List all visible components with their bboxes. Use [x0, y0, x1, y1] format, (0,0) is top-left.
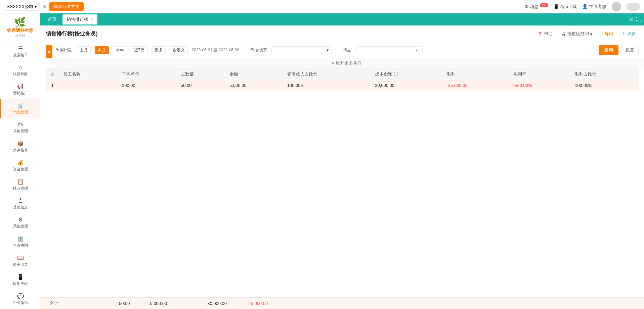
user-status-toggle[interactable]: [627, 3, 640, 11]
sidebar-label-search-order: 搜索菜单: [13, 53, 28, 58]
expand-more-button[interactable]: ▾ 展开更多条件: [50, 58, 644, 68]
cell-name: [59, 80, 118, 91]
status-filter-label: 单据状态: [250, 47, 267, 53]
export-label: 导出: [605, 31, 613, 37]
page-header: 销售排行榜(按业务员) ❓ 帮助 🖨 按模板打印 ▾ ↑ 导出: [40, 25, 644, 68]
sidebar-logo: 🌿 畅康通好生意 标准版: [0, 13, 40, 42]
basic-info-icon: 🗄: [18, 198, 23, 204]
sidebar-item-finance[interactable]: 💰 资金管理: [0, 156, 40, 175]
message-button[interactable]: ✉ 消息 99+: [525, 4, 548, 10]
logo-icon: 🌿: [14, 17, 26, 28]
enterprise-wechat-icon: 💬: [17, 293, 24, 299]
sidebar-item-enterprise-wechat[interactable]: 💬 企业微信: [0, 290, 40, 309]
filter-expand-arrow[interactable]: ▶: [46, 45, 52, 58]
tab-bar-right: ✕ ⛶: [629, 16, 641, 23]
sidebar-label-sales: 销售管理: [13, 110, 28, 115]
main-content: 首页 销售排行榜 ✕ ✕ ⛶ 销售排行榜(按业务员) ❓ 帮助: [40, 13, 644, 309]
cell-cost: 30,000.00: [371, 80, 442, 91]
inventory-icon: 📦: [17, 140, 24, 147]
template-print-button[interactable]: 🖨 按模板打印 ▾: [559, 30, 595, 38]
company-selector[interactable]: XXXXXX公司 ▾: [4, 3, 40, 11]
print-dropdown-icon: ▾: [590, 32, 593, 37]
refresh-button[interactable]: ↻ 刷新: [619, 30, 639, 38]
dropdown-icon: ▾: [35, 4, 37, 9]
goods-filter-label: 商品: [343, 47, 351, 53]
page-title-row: 销售排行榜(按业务员) ❓ 帮助 🖨 按模板打印 ▾ ↑ 导出: [46, 30, 639, 38]
status-select-arrow: ▾: [327, 48, 329, 53]
sidebar-item-operations[interactable]: 📋 经营管理: [0, 175, 40, 194]
col-sales-pct-header: 销售收入占比%: [283, 68, 371, 80]
tab-sales-ranking[interactable]: 销售排行榜 ✕: [62, 14, 97, 24]
template-print-label: 按模板打印: [567, 31, 589, 37]
sidebar-item-app-center[interactable]: 📱 应用中心: [0, 270, 40, 290]
refresh-icon: ↻: [622, 32, 626, 37]
col-gross-pct-header: 毛利占比%: [571, 68, 639, 80]
sidebar-item-inventory[interactable]: 📦 库存核算: [0, 137, 40, 156]
date-btn-this-year[interactable]: 本年: [113, 46, 127, 54]
service-icon: 👤: [582, 4, 588, 9]
filter-area: ▶ 单据日期 上月 本月 本年 近7天 更多 自定义 2023-06-01 至 …: [46, 42, 639, 68]
top-right-actions: ✉ 消息 99+ 📱 App下载 👤 在线客服: [525, 2, 640, 11]
sidebar-item-quick-nav[interactable]: ⌂ 快捷导航: [0, 61, 40, 80]
col-total-header: 全额: [225, 68, 283, 80]
expand-more-label: 展开更多条件: [336, 60, 362, 66]
col-avg-price-header: 平均单价: [118, 68, 177, 80]
cell-total: 5,000.00: [225, 80, 283, 91]
sidebar-item-newbie[interactable]: 📖 新手引导: [0, 251, 40, 270]
sidebar-label-purchase: 采购管理: [13, 128, 28, 134]
help-button[interactable]: ❓ 帮助: [534, 30, 555, 38]
col-settings-icon[interactable]: ⚙: [50, 71, 55, 77]
app-label: App下载: [560, 4, 577, 10]
sidebar-item-system[interactable]: ⚙ 系统管理: [0, 213, 40, 232]
online-service-button[interactable]: 👤 在线客服: [582, 4, 606, 10]
col-main-qty-header: 主数量: [177, 68, 225, 80]
data-table: ⚙ 员工名称 平均单价 主数量 全额 销售收入占比% 成本全额 ⓘ 毛利 毛利率…: [46, 68, 639, 91]
sidebar-item-basic-info[interactable]: 🗄 基础信息: [0, 194, 40, 213]
sidebar-item-enterprise-collab[interactable]: 🏢 企业协同: [0, 232, 40, 251]
table-header-row: ⚙ 员工名称 平均单价 主数量 全额 销售收入占比% 成本全额 ⓘ 毛利 毛利率…: [46, 68, 639, 80]
sales-icon: 🛒: [17, 102, 24, 109]
tab-home[interactable]: 首页: [43, 14, 61, 24]
status-select[interactable]: ▾: [271, 46, 332, 54]
cell-avg-price: 100.00: [118, 80, 177, 91]
search-order-icon: ☰: [18, 45, 23, 52]
service-label: 在线客服: [589, 4, 606, 10]
refresh-label: 刷新: [627, 31, 636, 37]
footer-gross-value: -25,000.00: [247, 301, 268, 306]
goods-input[interactable]: ···: [355, 46, 423, 54]
sidebar-item-purchase[interactable]: 🛍 采购管理: [0, 118, 40, 137]
query-button[interactable]: 查询: [599, 45, 618, 55]
sidebar-item-search-order[interactable]: ☰ 搜索菜单: [0, 42, 40, 61]
date-btn-last-month[interactable]: 上月: [77, 46, 91, 54]
tab-label-sales-ranking: 销售排行榜: [67, 16, 88, 22]
message-badge: 99+: [540, 3, 548, 7]
app-icon: 📱: [554, 4, 559, 9]
footer-total: 5,000.00: [150, 301, 167, 306]
avatar[interactable]: [612, 2, 621, 11]
settings-icon[interactable]: ⚙: [43, 4, 47, 9]
page-actions: ❓ 帮助 🖨 按模板打印 ▾ ↑ 导出 ↻ 刷新: [534, 30, 639, 38]
sidebar-label-system: 系统管理: [13, 224, 28, 229]
date-btn-7days[interactable]: 近7天: [131, 46, 147, 54]
message-icon: ✉: [525, 4, 528, 9]
date-btn-more[interactable]: 更多: [152, 46, 166, 54]
date-btn-custom[interactable]: 自定义: [170, 46, 188, 54]
trial-button[interactable]: 体验行业方案: [49, 2, 84, 11]
sidebar-label-marketing: 营销推广: [13, 91, 28, 96]
tab-close-button[interactable]: ✕: [90, 17, 93, 22]
tab-close-all-icon[interactable]: ✕: [629, 16, 633, 23]
sidebar-label-operations: 经营管理: [13, 186, 28, 191]
tab-bar: 首页 销售排行榜 ✕ ✕ ⛶: [40, 13, 644, 25]
sidebar-item-marketing[interactable]: 📢 营销推广: [0, 80, 40, 99]
sidebar-item-sales[interactable]: 🛒 销售管理: [0, 99, 40, 118]
sidebar-label-inventory: 库存核算: [13, 148, 28, 153]
tab-expand-icon[interactable]: ⛶: [636, 16, 641, 23]
sidebar-label-quick-nav: 快捷导航: [13, 71, 28, 76]
enterprise-collab-icon: 🏢: [17, 236, 24, 242]
col-gross-rate-header: 毛利率: [509, 68, 571, 80]
cell-sales-pct: 100.00%: [283, 80, 371, 91]
app-download-button[interactable]: 📱 App下载: [554, 4, 577, 10]
export-button[interactable]: ↑ 导出: [599, 30, 616, 38]
settings-button[interactable]: 设置: [621, 45, 639, 55]
date-btn-this-month[interactable]: 本月: [95, 46, 109, 54]
